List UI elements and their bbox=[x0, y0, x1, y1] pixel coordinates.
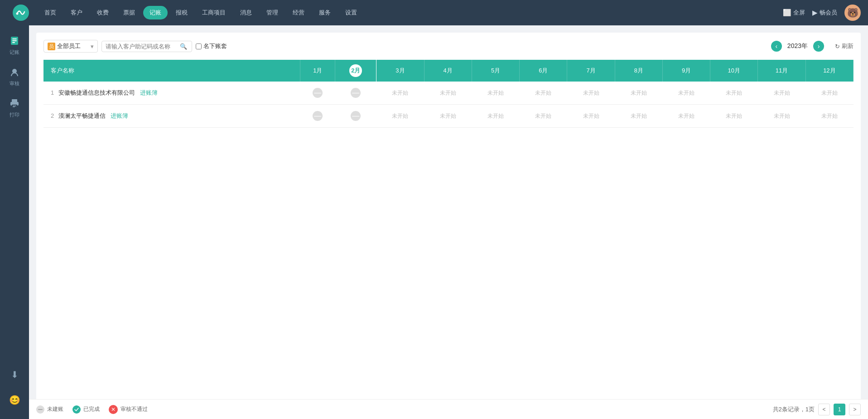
my-accounts-checkbox[interactable] bbox=[196, 43, 202, 49]
row2-m9: 未开始 bbox=[662, 105, 710, 128]
svg-rect-11 bbox=[13, 106, 16, 106]
row2-m1-dash: — bbox=[313, 111, 323, 121]
th-month-4: 4月 bbox=[424, 60, 472, 82]
svg-rect-4 bbox=[12, 40, 17, 41]
row1-m6: 未开始 bbox=[520, 82, 567, 105]
nav-settings[interactable]: 设置 bbox=[339, 6, 363, 19]
th-month-12: 12月 bbox=[805, 60, 853, 82]
th-month-11: 11月 bbox=[758, 60, 805, 82]
row1-m2: — bbox=[335, 82, 376, 105]
row1-m10: 未开始 bbox=[710, 82, 758, 105]
page-1-button[interactable]: 1 bbox=[834, 404, 845, 415]
nav-billing[interactable]: 收费 bbox=[91, 6, 115, 19]
row2-name-cell: 2 漠澜太平畅捷通信 进账簿 bbox=[43, 105, 300, 128]
table-wrapper: 客户名称 1月 2月 3月 4月 5月 6月 7月 8月 9月 10月 bbox=[43, 60, 854, 128]
legend-rejected-label: 审核不通过 bbox=[121, 405, 148, 413]
bottom-bar: 未建账 已完成 ✕ 审核不通过 共2条记录，1页 < 1 > bbox=[29, 399, 868, 419]
row2-m5: 未开始 bbox=[472, 105, 519, 128]
refresh-label: 刷新 bbox=[842, 42, 854, 50]
row2-m2-dash: — bbox=[351, 111, 361, 121]
th-month-1: 1月 bbox=[300, 60, 335, 82]
sidebar-download[interactable]: ⬇ bbox=[7, 363, 22, 386]
row1-m7: 未开始 bbox=[567, 82, 615, 105]
chevron-down-icon: ▾ bbox=[91, 43, 94, 50]
year-next-button[interactable]: › bbox=[813, 41, 824, 52]
year-prev-button[interactable]: ‹ bbox=[771, 41, 782, 52]
legend-not-created: 未建账 bbox=[36, 405, 63, 414]
year-nav: ‹ 2023年 › bbox=[771, 41, 824, 52]
th-month-10: 10月 bbox=[710, 60, 758, 82]
row1-m1: — bbox=[300, 82, 335, 105]
refresh-button[interactable]: ↻ 刷新 bbox=[835, 42, 854, 50]
row1-m3: 未开始 bbox=[376, 82, 424, 105]
th-month-8: 8月 bbox=[615, 60, 662, 82]
row1-m11: 未开始 bbox=[758, 82, 805, 105]
nav-manage[interactable]: 管理 bbox=[260, 6, 285, 19]
sidebar-item-accounting[interactable]: 记账 bbox=[0, 29, 29, 60]
th-month-5: 5月 bbox=[472, 60, 519, 82]
nav-operation[interactable]: 经营 bbox=[286, 6, 311, 19]
legend-teal-dot bbox=[72, 405, 81, 414]
fullscreen-label: 全屏 bbox=[793, 9, 805, 17]
sidebar-item-audit[interactable]: 审核 bbox=[0, 60, 29, 92]
nav-bizproject[interactable]: 工商项目 bbox=[196, 6, 232, 19]
row2-m10: 未开始 bbox=[710, 105, 758, 128]
row2-company-name: 漠澜太平畅捷通信 bbox=[58, 112, 106, 119]
employee-icon: 员 bbox=[48, 43, 55, 50]
row2-m2: — bbox=[335, 105, 376, 128]
app-logo[interactable] bbox=[7, 5, 34, 21]
vip-icon: ▶ bbox=[812, 9, 818, 17]
nav-message[interactable]: 消息 bbox=[234, 6, 258, 19]
table-body: 1 安徽畅捷通信息技术有限公司 进账簿 — — 未开始 未开始 未开始 未开始 … bbox=[43, 82, 854, 128]
search-icon[interactable]: 🔍 bbox=[180, 43, 187, 50]
year-display: 2023年 bbox=[787, 42, 808, 50]
sidebar-print-label: 打印 bbox=[10, 111, 19, 118]
nav-customer[interactable]: 客户 bbox=[64, 6, 89, 19]
total-records-label: 共2条记录，1页 bbox=[773, 405, 815, 414]
accounting-icon bbox=[7, 34, 22, 48]
row1-m4: 未开始 bbox=[424, 82, 472, 105]
help-icon: 😊 bbox=[7, 393, 22, 407]
row2-m6: 未开始 bbox=[520, 105, 567, 128]
nav-right: ⬜ 全屏 ▶ 畅会员 🐻 bbox=[783, 5, 861, 21]
refresh-icon: ↻ bbox=[835, 43, 840, 50]
user-avatar[interactable]: 🐻 bbox=[844, 5, 861, 21]
pagination: 共2条记录，1页 < 1 > bbox=[773, 404, 861, 415]
sidebar-item-print[interactable]: 打印 bbox=[0, 92, 29, 123]
legend-rejected: ✕ 审核不通过 bbox=[109, 405, 148, 414]
filter-bar: 员 全部员工 ▾ 🔍 名下账套 ‹ 2023年 › ↻ 刷新 bbox=[43, 40, 854, 53]
page-next-button[interactable]: > bbox=[849, 404, 861, 415]
nav-invoice[interactable]: 票据 bbox=[117, 6, 141, 19]
my-accounts-checkbox-label[interactable]: 名下账套 bbox=[196, 42, 227, 50]
row1-m9: 未开始 bbox=[662, 82, 710, 105]
vip-label: 畅会员 bbox=[820, 9, 837, 17]
svg-rect-5 bbox=[12, 42, 15, 43]
sidebar-help[interactable]: 😊 bbox=[7, 388, 22, 412]
row2-num: 2 bbox=[51, 112, 54, 119]
row1-m5: 未开始 bbox=[472, 82, 519, 105]
svg-rect-12 bbox=[13, 106, 15, 107]
svg-point-1 bbox=[16, 13, 19, 15]
row1-m2-dash: — bbox=[351, 88, 361, 98]
nav-home[interactable]: 首页 bbox=[38, 6, 63, 19]
page-prev-button[interactable]: < bbox=[818, 404, 830, 415]
table-header: 客户名称 1月 2月 3月 4月 5月 6月 7月 8月 9月 10月 bbox=[43, 60, 854, 82]
nav-accounting[interactable]: 记账 bbox=[143, 6, 168, 19]
th-month-6: 6月 bbox=[520, 60, 567, 82]
row2-m8: 未开始 bbox=[615, 105, 662, 128]
content-card: 员 全部员工 ▾ 🔍 名下账套 ‹ 2023年 › ↻ 刷新 bbox=[36, 33, 861, 412]
fullscreen-button[interactable]: ⬜ 全屏 bbox=[783, 9, 805, 17]
active-month-circle: 2月 bbox=[349, 64, 362, 77]
search-input[interactable] bbox=[106, 43, 178, 50]
vip-button[interactable]: ▶ 畅会员 bbox=[812, 9, 837, 17]
row2-enter-link[interactable]: 进账簿 bbox=[111, 112, 128, 119]
nav-tax[interactable]: 报税 bbox=[169, 6, 194, 19]
nav-service[interactable]: 服务 bbox=[313, 6, 337, 19]
svg-rect-3 bbox=[12, 39, 17, 39]
th-month-3: 3月 bbox=[376, 60, 424, 82]
row1-enter-link[interactable]: 进账簿 bbox=[140, 89, 158, 96]
top-navigation: 首页 客户 收费 票据 记账 报税 工商项目 消息 管理 经营 服务 设置 ⬜ … bbox=[0, 0, 868, 25]
employee-select[interactable]: 员 全部员工 ▾ bbox=[43, 40, 98, 53]
legend-completed: 已完成 bbox=[72, 405, 100, 414]
th-month-2: 2月 bbox=[335, 60, 376, 82]
